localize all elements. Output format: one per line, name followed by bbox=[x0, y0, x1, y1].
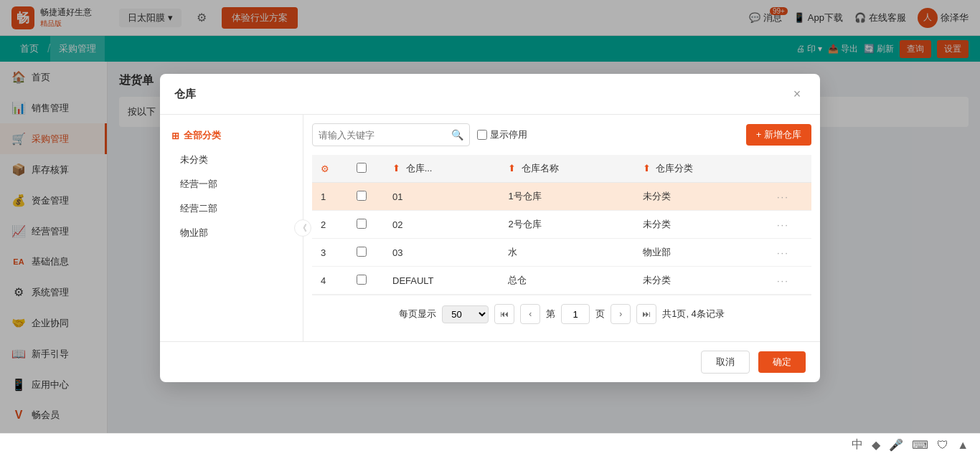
row-code: 03 bbox=[384, 239, 499, 267]
table-header: ⚙ ⬆ 仓库... ⬆ bbox=[312, 155, 811, 183]
collapse-button[interactable]: 《 bbox=[294, 219, 311, 237]
row-name: 总仓 bbox=[499, 267, 633, 295]
grid-icon: ⊞ bbox=[171, 130, 179, 141]
row-checkbox[interactable] bbox=[348, 211, 384, 239]
show-disabled-checkbox[interactable] bbox=[477, 130, 487, 140]
th-name: ⬆ 仓库名称 bbox=[499, 155, 633, 183]
row-actions[interactable]: ··· bbox=[768, 239, 811, 267]
select-all-checkbox[interactable] bbox=[357, 163, 367, 173]
last-page-button[interactable]: ⏭ bbox=[636, 304, 656, 324]
modal-overlay: 仓库 × ⊞ 全部分类 未分类 经营一部 经营二部 物业部 《 bbox=[0, 0, 980, 456]
first-page-button[interactable]: ⏮ bbox=[494, 304, 514, 324]
row-actions[interactable]: ··· bbox=[768, 211, 811, 239]
page-size-select[interactable]: 50 bbox=[442, 305, 489, 323]
pagination: 每页显示 50 ⏮ ‹ 第 页 › ⏭ 共1页, 4条记录 bbox=[312, 295, 811, 333]
confirm-button[interactable]: 确定 bbox=[758, 351, 806, 373]
table-row[interactable]: 2 02 2号仓库 未分类 ··· bbox=[312, 211, 811, 239]
table-row[interactable]: 4 DEFAULT 总仓 未分类 ··· bbox=[312, 267, 811, 295]
bottom-bar: 中 ◆ 🎤 ⌨ 🛡 ▲ bbox=[0, 433, 980, 456]
warehouse-table: ⚙ ⬆ 仓库... ⬆ bbox=[312, 155, 811, 295]
left-panel-all[interactable]: ⊞ 全部分类 bbox=[160, 123, 303, 148]
diamond-icon[interactable]: ◆ bbox=[872, 438, 880, 452]
table-row[interactable]: 3 03 水 物业部 ··· bbox=[312, 239, 811, 267]
row-category: 未分类 bbox=[634, 211, 768, 239]
left-panel-property[interactable]: 物业部 bbox=[160, 221, 303, 245]
sort-icon-2: ⬆ bbox=[508, 163, 516, 174]
table-row[interactable]: 1 01 1号仓库 未分类 ··· bbox=[312, 183, 811, 211]
th-actions bbox=[768, 155, 811, 183]
th-category: ⬆ 仓库分类 bbox=[634, 155, 768, 183]
add-warehouse-button[interactable]: + 新增仓库 bbox=[746, 124, 811, 146]
taskbar-icon[interactable]: ▲ bbox=[957, 439, 969, 452]
dialog-body: ⊞ 全部分类 未分类 经营一部 经营二部 物业部 《 🔍 bbox=[160, 115, 820, 341]
prev-page-button[interactable]: ‹ bbox=[520, 304, 540, 324]
show-disabled-label[interactable]: 显示停用 bbox=[477, 128, 527, 141]
row-name: 水 bbox=[499, 239, 633, 267]
th-checkbox bbox=[348, 155, 384, 183]
row-name: 2号仓库 bbox=[499, 211, 633, 239]
left-panel-dept1[interactable]: 经营一部 bbox=[160, 172, 303, 196]
row-category: 物业部 bbox=[634, 239, 768, 267]
row-category: 未分类 bbox=[634, 183, 768, 211]
search-wrap: 🔍 bbox=[312, 123, 470, 146]
row-index: 4 bbox=[312, 267, 348, 295]
row-checkbox[interactable] bbox=[348, 267, 384, 295]
row-name: 1号仓库 bbox=[499, 183, 633, 211]
row-index: 2 bbox=[312, 211, 348, 239]
next-page-button[interactable]: › bbox=[611, 304, 631, 324]
search-icon[interactable]: 🔍 bbox=[451, 129, 463, 141]
row-category: 未分类 bbox=[634, 267, 768, 295]
sort-icon: ⬆ bbox=[392, 163, 400, 174]
toolbar: 🔍 显示停用 + 新增仓库 bbox=[312, 123, 811, 146]
th-settings: ⚙ bbox=[312, 155, 348, 183]
left-panel-unclassified[interactable]: 未分类 bbox=[160, 148, 303, 172]
left-panel-dept2[interactable]: 经营二部 bbox=[160, 196, 303, 221]
dialog-header: 仓库 × bbox=[160, 74, 820, 115]
settings-icon: ⚙ bbox=[321, 163, 329, 174]
th-code: ⬆ 仓库... bbox=[384, 155, 499, 183]
row-code: DEFAULT bbox=[384, 267, 499, 295]
left-panel: ⊞ 全部分类 未分类 经营一部 经营二部 物业部 《 bbox=[160, 115, 303, 341]
sort-icon-3: ⬆ bbox=[643, 163, 651, 174]
search-input[interactable] bbox=[319, 130, 451, 141]
row-actions[interactable]: ··· bbox=[768, 267, 811, 295]
row-checkbox[interactable] bbox=[348, 239, 384, 267]
row-checkbox[interactable] bbox=[348, 183, 384, 211]
warehouse-dialog: 仓库 × ⊞ 全部分类 未分类 经营一部 经营二部 物业部 《 bbox=[160, 74, 820, 382]
dialog-title: 仓库 bbox=[174, 87, 196, 101]
row-index: 3 bbox=[312, 239, 348, 267]
dialog-footer: 取消 确定 bbox=[160, 341, 820, 382]
row-index: 1 bbox=[312, 183, 348, 211]
dialog-close-button[interactable]: × bbox=[788, 85, 806, 103]
row-code: 01 bbox=[384, 183, 499, 211]
row-code: 02 bbox=[384, 211, 499, 239]
shield-icon[interactable]: 🛡 bbox=[937, 439, 948, 452]
right-panel: 🔍 显示停用 + 新增仓库 ⚙ bbox=[303, 115, 820, 341]
keyboard-icon[interactable]: ⌨ bbox=[912, 438, 928, 452]
row-actions[interactable]: ··· bbox=[768, 183, 811, 211]
microphone-icon[interactable]: 🎤 bbox=[889, 438, 903, 452]
cancel-button[interactable]: 取消 bbox=[701, 351, 750, 374]
page-input[interactable] bbox=[561, 304, 590, 324]
chinese-input-icon[interactable]: 中 bbox=[852, 437, 863, 452]
